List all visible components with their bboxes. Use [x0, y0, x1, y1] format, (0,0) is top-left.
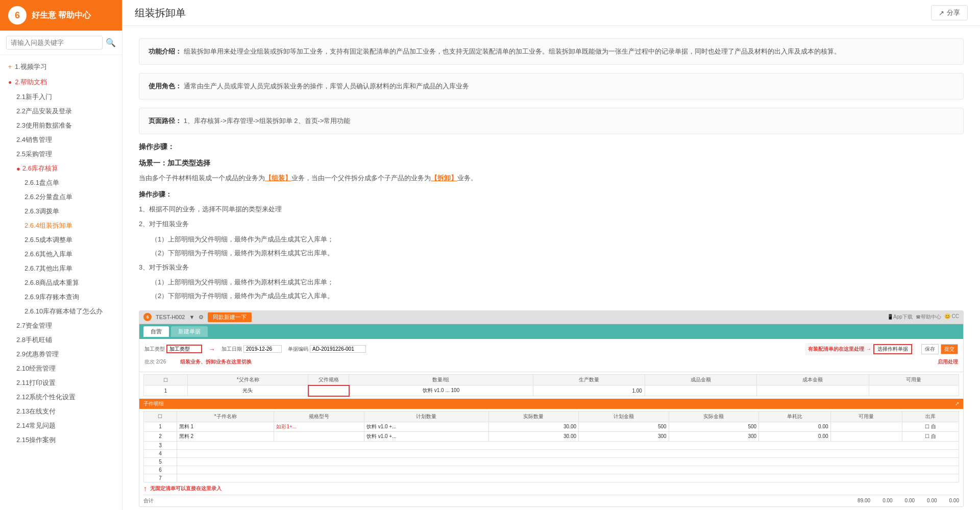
sidebar-item-coupon[interactable]: 2.9优惠券管理	[0, 347, 122, 361]
screenshot-container: 6 TEST-H002 ▼ ⚙ 同款新建一下 📱App下载 ☎帮助中心 😊 CC…	[139, 310, 964, 507]
scene1-desc: 当由多个子件材料组装成一个成品的业务为【组装】业务，当由一个父件拆分成多个子产品…	[139, 172, 964, 184]
sidebar-item-bizmanage[interactable]: 2.10经营管理	[0, 361, 122, 376]
sidebar-item-inventory-label: 2.6库存核算	[22, 164, 58, 173]
ss-action-btns: 保存 提交	[921, 344, 958, 354]
search-button[interactable]: 🔍	[106, 38, 116, 47]
ss-dropdown-icon: ▼	[189, 314, 194, 320]
scene1-step2-sub2: （2）下部明细为子件明细，最终作为原材料生成其它出库单。	[139, 247, 964, 259]
mock-screenshot: 6 TEST-H002 ▼ ⚙ 同款新建一下 📱App下载 ☎帮助中心 😊 CC…	[139, 311, 963, 506]
ss-type-input[interactable]	[166, 345, 202, 353]
ss-code-label: 单据编码	[288, 346, 308, 353]
ss-total2: 0.00	[883, 498, 892, 503]
ss-app-icon: 6	[143, 313, 152, 321]
path-block: 页面路径： 1、库存核算->库存管理->组装拆卸单 2、首页->常用功能	[139, 108, 964, 134]
sidebar-item-video[interactable]: + 1.视频学习	[0, 59, 122, 75]
sidebar-item-stocktake[interactable]: 2.6.1盘点单	[0, 176, 122, 190]
ss-arrow-up: ↑	[143, 484, 147, 493]
scene1-step2: 2、对于组装业务	[139, 218, 964, 230]
ss-parent-table: ☐ *父件名称 父件规格 数量/组 生产数量 成品金额 成本金额 可用量	[143, 374, 959, 397]
search-input[interactable]	[6, 36, 103, 50]
scene1-step1: 1、根据不同的业务，选择不同单据的类型来处理	[139, 203, 964, 215]
ss-icons: 📱App下载 ☎帮助中心 😊 CC	[887, 313, 959, 321]
sidebar-item-cost-adjust[interactable]: 2.6.5成本调整单	[0, 233, 122, 247]
sidebar-item-dataprep[interactable]: 2.3使用前数据准备	[0, 118, 122, 133]
nav-tree: + 1.视频学习 ● 2.帮助文档 2.1新手入门 2.2产品安装及登录 2.3…	[0, 55, 122, 510]
ss-date-input[interactable]	[243, 345, 282, 353]
role-text: 通常由生产人员或库管人员完成拆装业务的操作，库管人员确认原材料的出库和产成品的入…	[184, 82, 469, 90]
role-block: 使用角色： 通常由生产人员或库管人员完成拆装业务的操作，库管人员确认原材料的出库…	[139, 73, 964, 100]
scene1-title: 场景一：加工类型选择	[139, 159, 964, 168]
scene1-step3-sub1: （1）上部明细为父件明细，最终作为原材料生成其它出库单；	[139, 276, 964, 288]
ss-gear-icon: ⚙	[199, 314, 204, 321]
minus-icon: ●	[8, 79, 12, 86]
ops-title: 操作步骤：	[139, 142, 964, 152]
table-row: 5	[144, 457, 959, 466]
sidebar-item-install[interactable]: 2.2产品安装及登录	[0, 104, 122, 118]
sidebar-title: 好生意 帮助中心	[32, 10, 91, 21]
ss-type-label: 加工类型	[144, 346, 165, 353]
ss-code-input[interactable]	[310, 345, 366, 353]
sidebar: 6 好生意 帮助中心 🔍 + 1.视频学习 ● 2.帮助文档 2.1新手入门 2…	[0, 0, 122, 510]
ss-annotation3-label: 组装业务、拆卸业务在这里切换	[180, 358, 252, 366]
sidebar-item-stock-fix[interactable]: 2.6.10库存账本错了怎么办	[0, 304, 122, 319]
path-label: 页面路径：	[149, 117, 182, 125]
sidebar-item-payment[interactable]: 2.13在线支付	[0, 404, 122, 419]
sidebar-header: 6 好生意 帮助中心	[0, 0, 122, 31]
sidebar-item-personalize[interactable]: 2.12系统个性化设置	[0, 390, 122, 404]
main: 组装拆卸单 ↗ 分享 功能介绍： 组装拆卸单用来处理企业组装或拆卸等加工业务，支…	[122, 0, 980, 510]
sidebar-item-mobile[interactable]: 2.8手机旺铺	[0, 333, 122, 347]
ss-submit-btn[interactable]: 提交	[941, 344, 958, 354]
sidebar-item-cost-recalc[interactable]: 2.6.8商品成本重算	[0, 276, 122, 290]
ss-code-field: 单据编码	[288, 345, 366, 353]
sidebar-item-inventory[interactable]: ● 2.6库存核算	[0, 161, 122, 176]
sidebar-item-other-in[interactable]: 2.6.6其他入库单	[0, 247, 122, 261]
ss-select-material-btn[interactable]: 选择作料单据	[873, 344, 912, 354]
sidebar-item-video-label: 1.视频学习	[15, 62, 47, 71]
sidebar-item-cases[interactable]: 2.15操作案例	[0, 433, 122, 447]
path-text: 1、库存核算->库存管理->组装拆卸单 2、首页->常用功能	[184, 117, 351, 125]
ss-tab-neworder[interactable]: 新建单据	[171, 326, 208, 337]
topbar: 组装拆卸单 ↗ 分享	[122, 0, 980, 26]
table-row: 4	[144, 449, 959, 457]
sidebar-item-stock-ledger[interactable]: 2.6.9库存账本查询	[0, 290, 122, 304]
func-intro-label: 功能介绍：	[149, 47, 182, 55]
share-button[interactable]: ↗ 分享	[931, 5, 968, 20]
ss-total3: 0.00	[905, 498, 915, 503]
sidebar-item-newbie[interactable]: 2.1新手入门	[0, 90, 122, 104]
sidebar-item-faq[interactable]: 2.14常见问题	[0, 419, 122, 433]
scene1-step3-sub2: （2）下部明细为子件明细，最终作为产成品生成其它入库单。	[139, 290, 964, 302]
share-label: 分享	[947, 8, 960, 17]
table-row: 3	[144, 441, 959, 449]
ss-qty-info: 批次 2/26	[144, 358, 166, 366]
ss-date-field: 加工日期	[222, 345, 282, 353]
sidebar-item-transfer[interactable]: 2.6.3调拨单	[0, 204, 122, 218]
sidebar-item-print[interactable]: 2.11打印设置	[0, 376, 122, 390]
func-intro-block: 功能介绍： 组装拆卸单用来处理企业组装或拆卸等加工业务，支持有固定装配清单的产品…	[139, 38, 964, 65]
table-row: 7	[144, 474, 959, 482]
sidebar-item-purchase[interactable]: 2.5采购管理	[0, 147, 122, 161]
content-area: 功能介绍： 组装拆卸单用来处理企业组装或拆卸等加工业务，支持有固定装配清单的产品…	[122, 26, 980, 510]
sidebar-item-finance[interactable]: 2.7资金管理	[0, 319, 122, 333]
scene1-step2-sub1: （1）上部明细为父件明细，最终作为产成品生成其它入库单；	[139, 233, 964, 245]
ss-total1: 89.00	[857, 498, 870, 503]
ss-orange-btn[interactable]: 同款新建一下	[208, 312, 252, 322]
sidebar-item-docs[interactable]: ● 2.帮助文档	[0, 75, 122, 90]
ss-section-divider-label: 子件明细	[143, 400, 164, 407]
ss-total-unit: 0.00	[949, 498, 959, 503]
func-intro-text: 组装拆卸单用来处理企业组装或拆卸等加工业务，支持有固定装配清单的产品加工业务，也…	[184, 47, 841, 55]
share-icon: ↗	[939, 9, 944, 17]
sidebar-item-assembly[interactable]: 2.6.4组装拆卸单	[0, 218, 122, 233]
ss-tab-self[interactable]: 自营	[143, 326, 169, 337]
plus-icon: +	[8, 63, 12, 70]
ss-annotation5: 无固定清单可以直接在这里录入	[150, 485, 222, 492]
sidebar-item-sales[interactable]: 2.4销售管理	[0, 133, 122, 147]
ss-save-btn[interactable]: 保存	[921, 344, 939, 354]
table-row: 2 黑料 2 饮料 v1.0 +... 30.00 300 300 0.00 ☐…	[144, 431, 959, 441]
logo-icon: 6	[8, 6, 27, 25]
sidebar-item-partial-stocktake[interactable]: 2.6.2分量盘点单	[0, 190, 122, 204]
sidebar-item-docs-label: 2.帮助文档	[15, 78, 47, 87]
ss-annotation4-label: 启用处理	[938, 358, 958, 366]
table-row: 1 黑料 1 如彩1+... 饮料 v1.0 +... 30.00 500 50…	[144, 422, 959, 431]
page-title: 组装拆卸单	[135, 6, 186, 20]
sidebar-item-other-out[interactable]: 2.6.7其他出库单	[0, 261, 122, 276]
